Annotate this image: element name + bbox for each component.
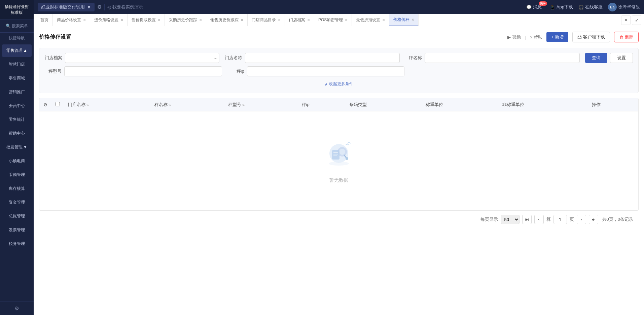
sidebar-item-member[interactable]: 会员中心 [2, 100, 32, 112]
store-name-input[interactable] [245, 53, 399, 63]
prev-page-btn[interactable]: ‹ [534, 215, 544, 224]
settings-icon[interactable]: ⚙ [14, 306, 19, 311]
tab-close-goods-price[interactable]: ✕ [83, 18, 86, 22]
th-scale-ip: 秤ip [298, 98, 345, 111]
tab-close-sale-extract[interactable]: ✕ [158, 18, 160, 22]
tab-close-store-profile[interactable]: ✕ [307, 18, 310, 22]
tab-close-purchase-strategy[interactable]: ✕ [120, 18, 123, 22]
sidebar-item-tax-mgmt[interactable]: 税务管理 [2, 238, 32, 250]
chevron-down-icon: ▼ [87, 5, 91, 10]
th-scale-model-sort[interactable]: 秤型号 ⇅ [228, 102, 294, 108]
per-page-label: 每页显示 [480, 216, 498, 222]
filter-store-profile: 门店档案 ··· [45, 53, 219, 63]
tab-close-store-catalog[interactable]: ✕ [278, 18, 281, 22]
sidebar-item-invoice[interactable]: 发票管理 [2, 224, 32, 236]
sidebar: 畅捷通好业财 标准版 🔍 搜索菜单 快捷导航 零售管理 ▲ 智慧门店 零售商城 … [0, 0, 34, 315]
empty-text: 暂无数据 [329, 177, 348, 183]
collapse-bar[interactable]: ∧ 收起更多条件 [45, 80, 633, 88]
download-icon: 📱 [550, 5, 555, 10]
svg-rect-6 [332, 150, 339, 160]
tab-home[interactable]: 首页 [36, 14, 53, 26]
topbar: 好业财标准版交付试用 ▼ ⚙ ◎ 我要看实例演示 💬 消息 99+ 📱 App下… [34, 0, 644, 14]
sidebar-search[interactable]: 🔍 搜索菜单 [0, 20, 34, 33]
empty-icon [322, 138, 356, 172]
sidebar-item-xiaochangec[interactable]: 小畅电商 [2, 155, 32, 167]
version-selector[interactable]: 好业财标准版交付试用 ▼ [38, 3, 95, 11]
tab-price-scale[interactable]: 价格传秤 ✕ [389, 14, 419, 26]
filter-scale-model: 秤型号 [45, 66, 222, 76]
gear-icon[interactable]: ⚙ [43, 102, 47, 107]
query-btn[interactable]: 查询 [585, 53, 607, 63]
tab-expand-btn[interactable]: ⤢ [632, 15, 641, 25]
tab-pos-mgmt[interactable]: POS加密管理 ✕ [314, 14, 352, 26]
sidebar-quicknav[interactable]: 快捷导航 [0, 33, 34, 44]
sidebar-item-marketing[interactable]: 营销推广 [2, 86, 32, 98]
tab-sale-extract[interactable]: 售价提取设置 ✕ [128, 14, 165, 26]
per-page-select[interactable]: 50 10 20 100 [501, 215, 520, 224]
tab-close-pos-mgmt[interactable]: ✕ [345, 18, 348, 22]
empty-row: 暂无数据 [39, 111, 638, 211]
sidebar-item-help[interactable]: 帮助中心 [2, 127, 32, 140]
download-client-btn[interactable]: 凸 客户端下载 [572, 32, 610, 42]
tab-min-discount[interactable]: 最低折扣设置 ✕ [352, 14, 389, 26]
scale-model-input[interactable] [64, 66, 222, 76]
delete-btn[interactable]: 🗑 删除 [614, 32, 639, 42]
data-table: ⚙ 门店名称 ⇅ 秤名称 [39, 98, 638, 210]
select-all-checkbox[interactable] [56, 102, 60, 106]
scale-name-input[interactable] [425, 53, 580, 63]
svg-point-1 [329, 162, 349, 166]
last-page-btn[interactable]: ⏭ [589, 215, 598, 224]
video-help-btn[interactable]: ▶ 视频 [507, 34, 521, 40]
tab-close-all-btn[interactable]: ✕ [621, 15, 631, 25]
tab-goods-price[interactable]: 商品价格设置 ✕ [53, 14, 90, 26]
service-icon: 🎧 [578, 5, 584, 10]
page-help: ▶ 视频 | ? 帮助 [507, 34, 543, 40]
sidebar-item-retail-stats[interactable]: 零售统计 [2, 113, 32, 126]
th-scale-name-sort[interactable]: 秤名称 ⇅ [154, 102, 220, 108]
set-btn[interactable]: 设置 [610, 53, 633, 63]
tab-close-min-discount[interactable]: ✕ [382, 18, 385, 22]
main-area: 好业财标准版交付试用 ▼ ⚙ ◎ 我要看实例演示 💬 消息 99+ 📱 App下… [34, 0, 644, 315]
store-profile-input[interactable] [65, 53, 219, 63]
add-btn[interactable]: + 新增 [546, 32, 568, 42]
next-page-btn[interactable]: › [577, 215, 586, 224]
tab-sale-history[interactable]: 销售历史价跟踪 ✕ [206, 14, 248, 26]
total-info: 共0页，0条记录 [602, 216, 633, 222]
app-download-btn[interactable]: 📱 App下载 [550, 4, 573, 10]
sidebar-item-retail-mall[interactable]: 零售商城 [2, 72, 32, 84]
tab-purchase-strategy[interactable]: 进价策略设置 ✕ [90, 14, 128, 26]
tab-close-price-scale[interactable]: ✕ [412, 18, 414, 22]
topbar-divider [104, 4, 105, 10]
sidebar-item-inventory[interactable]: 库存核算 [2, 182, 32, 195]
sidebar-item-finance[interactable]: 资金管理 [2, 196, 32, 209]
sidebar-item-wholesale-mgmt[interactable]: 批发管理 ▼ [2, 141, 32, 153]
sidebar-item-general-ledger[interactable]: 总账管理 [2, 210, 32, 222]
help-btn[interactable]: ? 帮助 [530, 34, 542, 40]
tab-close-sale-history[interactable]: ✕ [241, 18, 243, 22]
demo-link[interactable]: ◎ 我要看实例演示 [107, 4, 143, 10]
user-menu[interactable]: Ea 徐泽华修改 [608, 3, 640, 11]
tab-store-catalog[interactable]: 门店商品目录 ✕ [248, 14, 285, 26]
filter-scale-ip: 秤ip [227, 66, 405, 76]
online-service-btn[interactable]: 🎧 在线客服 [578, 4, 603, 10]
th-barcode-type: 条码类型 [345, 98, 422, 111]
tab-store-profile[interactable]: 门店档案 ✕ [285, 14, 314, 26]
demo-icon: ◎ [107, 5, 111, 10]
filter-store-name: 门店名称 [225, 53, 399, 63]
tab-close-purchase-history[interactable]: ✕ [199, 18, 202, 22]
tab-purchase-history[interactable]: 采购历史价跟踪 ✕ [165, 14, 206, 26]
page-input[interactable] [553, 215, 567, 224]
sidebar-item-smart-store[interactable]: 智慧门店 [2, 58, 32, 71]
pagination: 每页显示 50 10 20 100 ⏮ ‹ 算 页 › ⏭ 共0页，0条记录 [39, 211, 639, 228]
play-icon: ▶ [507, 35, 511, 40]
sidebar-footer: ⚙ [0, 302, 34, 315]
th-store-name-sort[interactable]: 门店名称 ⇅ [68, 102, 146, 108]
sidebar-item-retail-mgmt[interactable]: 零售管理 ▲ [2, 44, 32, 57]
scale-ip-input[interactable] [247, 66, 405, 76]
settings-icon[interactable]: ⚙ [97, 4, 102, 10]
ellipsis-icon[interactable]: ··· [214, 55, 218, 61]
sidebar-item-purchase-mgmt[interactable]: 采购管理 [2, 169, 32, 181]
first-page-btn[interactable]: ⏮ [522, 215, 532, 224]
message-btn[interactable]: 💬 消息 99+ [524, 4, 544, 10]
filter-form: 门店档案 ··· 门店名称 秤名称 查询 设置 [39, 48, 639, 93]
